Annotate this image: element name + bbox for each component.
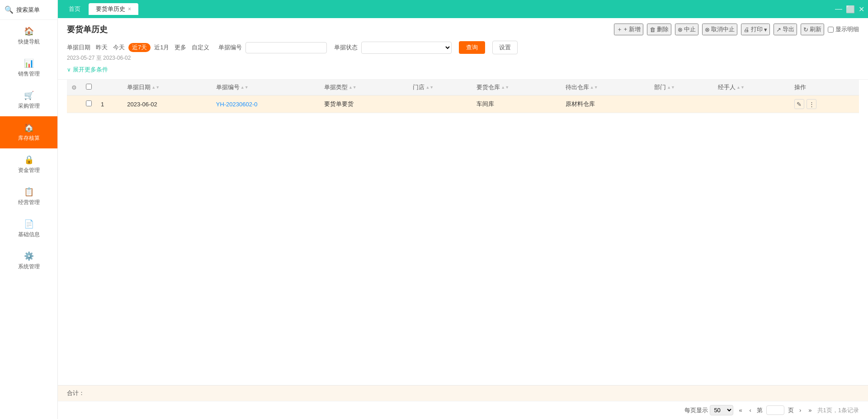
date-shortcut-more[interactable]: 更多 <box>173 43 188 52</box>
expand-more-arrow-icon: ∨ <box>67 67 71 73</box>
sort-bill-no[interactable]: 单据编号 ▲▼ <box>216 83 249 91</box>
header-actions: ＋ + 新增 🗑 删除 ⊗ 中止 ⊗ 取消中止 🖨 打印 <box>614 24 859 35</box>
sidebar-item-label: 快捷导航 <box>18 38 40 46</box>
table-row: 1 2023-06-02 YH-20230602-0 要货单要货 车间库 原材料… <box>67 95 859 113</box>
date-shortcut-custom[interactable]: 自定义 <box>190 43 211 52</box>
stop-icon: ⊗ <box>678 26 683 33</box>
purchase-icon: 🛒 <box>24 90 34 100</box>
page-header: 要货单历史 ＋ + 新增 🗑 删除 ⊗ 中止 ⊗ 取消中止 <box>58 18 868 35</box>
sidebar-item-label: 资金管理 <box>18 167 40 174</box>
tab-close-btn[interactable]: × <box>128 6 131 12</box>
filter-area: 单据日期 昨天 今天 近7天 近1月 更多 自定义 单据编号 单据状态 <box>58 35 868 80</box>
sort-handler[interactable]: 经手人 ▲▼ <box>718 83 745 91</box>
new-btn[interactable]: ＋ + 新增 <box>614 24 643 35</box>
settings-btn[interactable]: 设置 <box>492 41 518 54</box>
tab-home-label: 首页 <box>69 5 80 13</box>
refresh-btn[interactable]: ↻ 刷新 <box>801 24 824 35</box>
window-restore-btn[interactable]: ⬜ <box>846 5 855 14</box>
new-icon: ＋ <box>617 25 623 33</box>
display-detail-checkbox[interactable] <box>828 27 834 33</box>
home-icon: 🏠 <box>24 26 34 36</box>
row-checkbox[interactable] <box>86 100 92 106</box>
sort-store[interactable]: 门店 ▲▼ <box>413 83 434 91</box>
row-more-btn[interactable]: ⋮ <box>807 99 816 109</box>
export-icon: ↗ <box>776 26 781 33</box>
th-pending-warehouse[interactable]: 待出仓库 ▲▼ <box>561 80 650 95</box>
page-label-after: 页 <box>788 406 794 414</box>
last-page-btn[interactable]: » <box>807 406 813 414</box>
date-shortcut-yesterday[interactable]: 昨天 <box>94 43 109 52</box>
window-minimize-btn[interactable]: — <box>835 5 842 13</box>
sort-pending-warehouse[interactable]: 待出仓库 ▲▼ <box>566 83 598 91</box>
th-bill-date[interactable]: 单据日期 ▲▼ <box>123 80 211 95</box>
bill-no-input[interactable] <box>245 42 327 53</box>
date-shortcuts: 昨天 今天 近7天 近1月 更多 自定义 <box>94 43 211 52</box>
expand-more-btn[interactable]: ∨ 展开更多条件 <box>67 66 859 74</box>
row-bill-no: YH-20230602-0 <box>212 95 320 113</box>
table-wrapper: ⚙ 单据日期 ▲▼ <box>58 80 868 385</box>
th-bill-type[interactable]: 单据类型 ▲▼ <box>320 80 408 95</box>
filter-row-date-range: 2023-05-27 至 2023-06-02 <box>67 54 859 62</box>
date-range-display: 2023-05-27 至 2023-06-02 <box>67 54 131 62</box>
row-operation: ✎ ⋮ <box>790 95 859 113</box>
tab-bar: 首页 要货单历史 × — ⬜ ✕ <box>58 0 868 18</box>
system-icon: ⚙️ <box>24 251 34 261</box>
page-label-before: 第 <box>757 406 763 414</box>
sidebar-item-label: 基础信息 <box>18 231 40 238</box>
page-input[interactable]: 1 <box>766 405 784 415</box>
bill-no-link[interactable]: YH-20230602-0 <box>216 101 258 108</box>
sidebar-item-inventory[interactable]: 🏠 库存核算 <box>0 116 57 148</box>
th-req-warehouse[interactable]: 要货仓库 ▲▼ <box>472 80 561 95</box>
filter-row-1: 单据日期 昨天 今天 近7天 近1月 更多 自定义 单据编号 单据状态 <box>67 41 859 54</box>
date-shortcut-7days[interactable]: 近7天 <box>128 43 151 52</box>
th-store[interactable]: 门店 ▲▼ <box>408 80 472 95</box>
row-edit-btn[interactable]: ✎ <box>794 99 804 109</box>
tab-home[interactable]: 首页 <box>61 3 88 15</box>
sidebar-search[interactable]: 🔍 搜索菜单 <box>0 0 57 20</box>
sort-req-warehouse[interactable]: 要货仓库 ▲▼ <box>476 83 509 91</box>
th-checkbox <box>81 80 96 95</box>
sidebar-item-sales[interactable]: 📊 销售管理 <box>0 52 57 84</box>
tab-bar-right: — ⬜ ✕ <box>835 5 864 14</box>
per-page-select[interactable]: 50 20 100 <box>710 405 733 415</box>
row-bill-type: 要货单要货 <box>320 95 408 113</box>
select-all-checkbox[interactable] <box>86 84 92 90</box>
expand-more-label: 展开更多条件 <box>73 66 108 74</box>
th-bill-no[interactable]: 单据编号 ▲▼ <box>212 80 320 95</box>
tab-requisition-history[interactable]: 要货单历史 × <box>89 3 138 15</box>
display-detail-toggle[interactable]: 显示明细 <box>828 25 859 33</box>
th-settings: ⚙ <box>67 80 81 95</box>
sidebar-item-label: 系统管理 <box>18 263 40 271</box>
export-btn[interactable]: ↗ 导出 <box>774 24 797 35</box>
row-checkbox-cell <box>81 95 96 113</box>
delete-btn[interactable]: 🗑 删除 <box>647 24 671 35</box>
first-page-btn[interactable]: « <box>737 406 744 414</box>
date-shortcut-today[interactable]: 今天 <box>111 43 127 52</box>
print-btn[interactable]: 🖨 打印 ▾ <box>741 24 770 35</box>
sidebar-item-finance[interactable]: 🔒 资金管理 <box>0 148 57 181</box>
sidebar-item-operations[interactable]: 📋 经营管理 <box>0 181 57 213</box>
sidebar-item-purchase[interactable]: 🛒 采购管理 <box>0 84 57 116</box>
total-info: 共1页，1条记录 <box>817 406 859 414</box>
sidebar-item-basic-info[interactable]: 📄 基础信息 <box>0 213 57 245</box>
sort-bill-date[interactable]: 单据日期 ▲▼ <box>127 83 160 91</box>
column-settings-btn[interactable]: ⚙ <box>71 84 77 91</box>
table-header-row: ⚙ 单据日期 ▲▼ <box>67 80 859 95</box>
date-shortcut-1month[interactable]: 近1月 <box>152 43 171 52</box>
th-department[interactable]: 部门 ▲▼ <box>650 80 713 95</box>
prev-page-btn[interactable]: ‹ <box>748 406 753 414</box>
next-page-btn[interactable]: › <box>797 406 803 414</box>
sort-department[interactable]: 部门 ▲▼ <box>654 83 675 91</box>
th-handler[interactable]: 经手人 ▲▼ <box>713 80 790 95</box>
cancel-stop-btn[interactable]: ⊗ 取消中止 <box>702 24 737 35</box>
stop-btn[interactable]: ⊗ 中止 <box>675 24 698 35</box>
sidebar-item-system[interactable]: ⚙️ 系统管理 <box>0 245 57 277</box>
sidebar-item-quick-nav[interactable]: 🏠 快捷导航 <box>0 20 57 52</box>
data-table: ⚙ 单据日期 ▲▼ <box>67 80 859 113</box>
sidebar-item-label: 库存核算 <box>18 134 40 142</box>
bill-status-select[interactable] <box>361 42 452 54</box>
window-close-btn[interactable]: ✕ <box>859 5 864 14</box>
sort-bill-type[interactable]: 单据类型 ▲▼ <box>324 83 357 91</box>
query-btn[interactable]: 查询 <box>459 41 485 54</box>
th-operation: 操作 <box>790 80 859 95</box>
